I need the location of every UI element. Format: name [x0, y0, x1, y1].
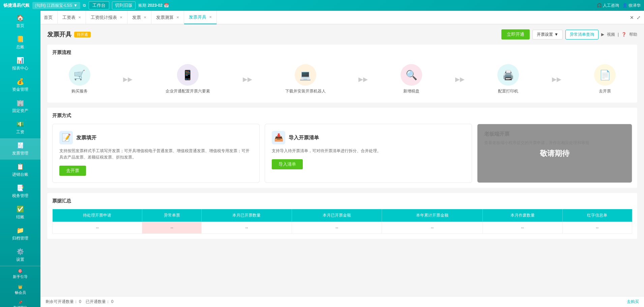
company-name: (勾到) 江西服宝-LSS: [35, 3, 72, 8]
flow-arrow-4: ▶▶: [455, 76, 465, 83]
help-area: ▶ 视频 | ❓ 帮助: [601, 32, 637, 37]
config-printer-label: 配置打印机: [498, 88, 518, 94]
sidebar-item-payroll[interactable]: 💵 工资: [0, 117, 40, 138]
sidebar-item-assets[interactable]: 🏢 固定资产: [0, 96, 40, 117]
view-label: 视频: [607, 32, 615, 37]
calendar-icon[interactable]: 📅: [164, 3, 169, 8]
header-actions: 立即开通 开票设置 ▼ 异常清单查询 ▶ 视频 | ❓ 帮助: [501, 29, 637, 39]
fill-invoice-icon: 📝: [59, 131, 73, 144]
sidebar-item-invoice[interactable]: 🧾 发票管理: [0, 138, 40, 160]
config-open-icon: 📱: [177, 64, 199, 86]
tab-restore-button[interactable]: ⤢: [637, 15, 641, 20]
sidebar-item-ledger[interactable]: 📒 总账: [0, 32, 40, 53]
coming-soon-text: 敬请期待: [540, 148, 569, 159]
sidebar-item-home[interactable]: 🏠 首页: [0, 11, 40, 32]
tab-bar: 首页 工资表 ✕ 工资统计报表 ✕ 发票 ✕ 发票测算 ✕ 发票开具 ✕: [40, 11, 644, 24]
help-label: 帮助: [629, 32, 637, 37]
settings-button[interactable]: 开票设置 ▼: [532, 30, 563, 39]
flow-arrow-3: ▶▶: [358, 76, 368, 83]
sidebar-item-reports[interactable]: 📊 报表中心: [0, 53, 40, 75]
tab-salary-table-close[interactable]: ✕: [78, 16, 81, 19]
remaining-value: 0: [79, 299, 81, 304]
tab-close-all-button[interactable]: ✕: [630, 15, 634, 20]
val-pending: --: [53, 222, 142, 234]
go-open-invoice-button[interactable]: 去开票: [59, 166, 86, 176]
page-title-area: 发票开具 待开通: [47, 30, 91, 38]
archive-icon: 📁: [17, 227, 24, 234]
status-badge: 待开通: [74, 32, 91, 37]
tab-invoice-open[interactable]: 发票开具 ✕: [184, 11, 217, 24]
tab-invoice-calc-close[interactable]: ✕: [176, 16, 179, 19]
bottom-bar: 剩余可开通数量： 0 已开通数量： 0 去购买: [40, 296, 644, 307]
video-icon[interactable]: ▶: [601, 32, 604, 37]
tab-invoice-open-close[interactable]: ✕: [209, 15, 212, 19]
invoice-icon: 🧾: [17, 142, 24, 149]
import-list-button[interactable]: 导入清单: [272, 159, 303, 169]
tab-home[interactable]: 首页: [44, 11, 58, 24]
tab-salary-stats-close[interactable]: ✕: [120, 16, 122, 19]
method-cards: 📝 发票填开 支持按照发票样式手工填写开发票；可开具增值税电子普通发票、增值税普…: [52, 124, 632, 183]
tab-invoice-calc-label: 发票测算: [156, 15, 174, 21]
val-month-qty: --: [202, 222, 292, 234]
home-icon: 🏠: [17, 14, 24, 22]
col-abnormal: 异常单票: [142, 209, 202, 222]
top-bar-left: 畅捷通易代账 (勾到) 江西服宝-LSS ▼ ⧉ 工作台 切到旧版 账期 202…: [3, 1, 169, 9]
page-title: 发票开具: [47, 30, 71, 38]
member-icon: 👑: [18, 285, 23, 289]
sidebar: 🏠 首页 📒 总账 📊 报表中心 💰 资金管理 🏢 固定资产 💵 工资 🧾 发票…: [0, 11, 40, 307]
tab-invoice-close[interactable]: ✕: [144, 16, 146, 19]
val-year-amount: --: [382, 222, 482, 234]
buy-link[interactable]: 去购买: [627, 299, 639, 305]
flow-arrow-2: ▶▶: [243, 76, 252, 83]
tab-invoice[interactable]: 发票 ✕: [127, 11, 151, 24]
company-selector[interactable]: (勾到) 江西服宝-LSS ▼: [32, 2, 80, 9]
settlement-icon: ✅: [17, 205, 24, 213]
col-void-qty: 本月作废数量: [482, 209, 562, 222]
fill-invoice-title: 发票填开: [76, 135, 96, 141]
sidebar-label-payroll: 工资: [16, 129, 24, 135]
sidebar-pin-button[interactable]: 📌 取消固定: [0, 298, 40, 307]
pin-icon: 📌: [18, 301, 22, 304]
flow-steps: 🛒 购买服务 ▶▶ 📱 企业开通配置开票六要素 ▶▶ 💻 下载并安装开票机器人 …: [52, 61, 632, 97]
summary-section: 票据汇总 待处理开票申请 异常单票 本月已开票数量 本月已开票金额 本年累计开票…: [47, 193, 637, 239]
sidebar-item-member[interactable]: 👑 畅会员: [0, 282, 40, 298]
headphone-icon: 🎧: [597, 3, 602, 8]
open-now-button[interactable]: 立即开通: [501, 29, 530, 39]
flow-arrow-5: ▶▶: [552, 76, 561, 83]
copy-icon[interactable]: ⧉: [83, 3, 86, 8]
method-section: 开票方式 📝 发票填开 支持按照发票样式手工填写开发票；可开具增值税电子普通发票…: [47, 108, 637, 188]
payroll-icon: 💵: [17, 120, 24, 128]
method-card-fill-header: 📝 发票填开: [59, 131, 253, 144]
sidebar-label-guide: 新手引导: [13, 274, 28, 279]
tab-invoice-open-label: 发票开具: [189, 14, 206, 20]
open-invoice-icon: 📄: [594, 64, 616, 86]
fill-invoice-desc: 支持按照发票样式手工填写开发票；可开具增值税电子普通发票、增值税普通发票、增值税…: [59, 148, 253, 161]
tab-salary-table[interactable]: 工资表 ✕: [58, 11, 86, 24]
old-version-button[interactable]: 切到旧版: [112, 1, 136, 9]
sidebar-item-funds[interactable]: 💰 资金管理: [0, 75, 40, 96]
question-icon[interactable]: ❓: [621, 32, 626, 37]
service-button[interactable]: 🎧 人工咨询: [597, 3, 619, 8]
sidebar-label-tax: 税务管理: [12, 193, 28, 199]
user-name[interactable]: 👤 徐泽华: [622, 3, 641, 8]
method-card-import: 📥 导入开票清单 支持导入待开票清单，可对待开票清单进行拆分、合并处理。 导入清…: [265, 124, 472, 183]
opened-value: 0: [111, 299, 114, 304]
top-bar-actions: 🎧 人工咨询 👤 徐泽华: [597, 3, 641, 8]
sidebar-item-settings[interactable]: ⚙️ 设置: [0, 245, 40, 266]
sidebar-item-purchase[interactable]: 📋 进销台账: [0, 160, 40, 181]
sidebar-item-tax[interactable]: 📑 税务管理: [0, 181, 40, 202]
import-invoice-title: 导入开票清单: [289, 135, 319, 141]
tax-icon: 📑: [17, 184, 24, 192]
col-pending: 待处理开票申请: [53, 209, 142, 222]
sidebar-label-invoice: 发票管理: [12, 150, 28, 156]
opened-label: 已开通数量：: [86, 299, 110, 304]
worktable-button[interactable]: 工作台: [89, 1, 109, 9]
sidebar-item-guide[interactable]: 🎯 新手引导: [0, 266, 40, 282]
query-button[interactable]: 异常清单查询: [565, 30, 598, 39]
user-icon: 👤: [622, 3, 627, 8]
sidebar-item-archive[interactable]: 📁 归档管理: [0, 223, 40, 245]
tab-salary-stats[interactable]: 工资统计报表 ✕: [86, 11, 127, 24]
buy-service-label: 购买服务: [71, 88, 88, 94]
sidebar-item-settlement[interactable]: ✅ 结账: [0, 202, 40, 223]
tab-invoice-calc[interactable]: 发票测算 ✕: [151, 11, 184, 24]
